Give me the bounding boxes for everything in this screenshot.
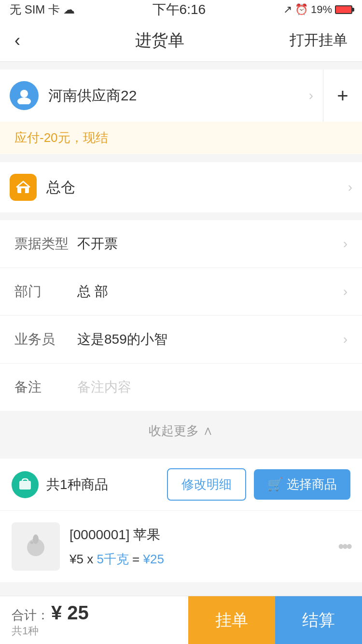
status-time: 下午6:16	[153, 0, 206, 19]
salesperson-row[interactable]: 业务员 这是859的小智 ›	[0, 316, 362, 364]
products-icon	[12, 471, 39, 498]
status-left: 无 SIM 卡 ☁	[10, 2, 75, 17]
product-price: ¥5 x 5千克 = ¥25	[70, 551, 330, 568]
notice-bar: 应付-20元，现结	[0, 122, 362, 154]
products-count: 共1种商品	[46, 476, 159, 494]
select-product-icon: 🛒	[267, 477, 283, 492]
products-header: 共1种商品 修改明细 🛒 选择商品	[0, 459, 362, 510]
collapse-button[interactable]: 收起更多 ∧	[0, 411, 362, 451]
total-label: 合计：	[12, 607, 49, 624]
alarm-icon: ⏰	[295, 3, 308, 16]
checkout-button[interactable]: 结算	[275, 596, 362, 644]
select-product-button[interactable]: 🛒 选择商品	[254, 469, 350, 500]
warehouse-chevron-icon: ›	[348, 180, 352, 195]
warehouse-icon	[10, 174, 37, 201]
supplier-avatar-icon	[15, 87, 33, 104]
svg-rect-3	[21, 188, 25, 193]
supplier-section: 河南供应商22 › +	[0, 70, 362, 122]
department-label: 部门	[14, 282, 72, 301]
supplier-selector[interactable]: 河南供应商22 ›	[0, 70, 323, 122]
status-right: ↗ ⏰ 19%	[283, 3, 352, 16]
add-supplier-button[interactable]: +	[323, 70, 362, 122]
product-info: [0000001] 苹果 ¥5 x 5千克 = ¥25	[70, 526, 330, 568]
product-thumbnail-icon	[21, 532, 50, 561]
svg-point-0	[20, 90, 28, 98]
product-thumbnail	[12, 522, 60, 571]
warehouse-name: 总仓	[46, 178, 343, 197]
salesperson-chevron-icon: ›	[343, 332, 348, 347]
edit-detail-button[interactable]: 修改明细	[167, 468, 246, 501]
warehouse-section[interactable]: 总仓 ›	[0, 162, 362, 212]
department-row[interactable]: 部门 总 部 ›	[0, 268, 362, 316]
department-chevron-icon: ›	[343, 284, 348, 299]
remark-value[interactable]: 备注内容	[72, 378, 348, 396]
divider-top	[0, 62, 362, 70]
multiply-sign: x	[87, 552, 97, 566]
product-more-button[interactable]: •••	[330, 536, 350, 557]
svg-rect-4	[19, 481, 31, 490]
battery-percent: 19%	[311, 3, 332, 16]
product-name: [0000001] 苹果	[70, 526, 330, 544]
bottom-total: 合计： ¥ 25 共1种	[0, 602, 188, 638]
total-amount: ¥ 25	[51, 602, 89, 624]
supplier-chevron-icon: ›	[309, 88, 313, 103]
cart-icon	[17, 477, 33, 492]
product-item: [0000001] 苹果 ¥5 x 5千克 = ¥25 •••	[0, 510, 362, 582]
supplier-avatar	[10, 81, 39, 110]
salesperson-label: 业务员	[14, 330, 72, 349]
status-bar: 无 SIM 卡 ☁ 下午6:16 ↗ ⏰ 19%	[0, 0, 362, 19]
department-value: 总 部	[72, 282, 338, 301]
supplier-name: 河南供应商22	[48, 86, 304, 106]
svg-point-7	[30, 541, 33, 544]
ticket-type-row[interactable]: 票据类型 不开票 ›	[0, 220, 362, 268]
form-section: 票据类型 不开票 › 部门 总 部 › 业务员 这是859的小智 › 备注 备注…	[0, 220, 362, 411]
select-product-label: 选择商品	[287, 476, 337, 493]
ticket-type-value: 不开票	[72, 235, 338, 253]
back-button[interactable]: ‹	[14, 30, 30, 51]
svg-point-1	[17, 98, 31, 104]
product-code: [0000001]	[70, 527, 130, 542]
equals-sign: =	[132, 552, 143, 566]
product-title: 苹果	[133, 527, 160, 542]
nav-title: 进货单	[30, 29, 290, 52]
open-hangsingle-button[interactable]: 打开挂单	[290, 30, 348, 50]
bottom-bar: 合计： ¥ 25 共1种 挂单 结算	[0, 596, 362, 644]
salesperson-value: 这是859的小智	[72, 330, 338, 349]
product-total: ¥25	[143, 552, 164, 566]
remark-label: 备注	[14, 378, 72, 396]
battery-icon	[335, 5, 352, 14]
ticket-type-chevron-icon: ›	[343, 236, 348, 252]
product-unit-price: ¥5	[70, 552, 84, 566]
remark-row[interactable]: 备注 备注内容	[0, 364, 362, 411]
sim-status: 无 SIM 卡 ☁	[10, 2, 75, 17]
ticket-type-label: 票据类型	[14, 235, 72, 253]
hang-order-button[interactable]: 挂单	[188, 596, 275, 644]
total-count: 共1种	[12, 624, 177, 638]
warehouse-svg-icon	[15, 180, 31, 195]
location-icon: ↗	[283, 3, 292, 16]
product-quantity: 5千克	[97, 552, 128, 566]
nav-bar: ‹ 进货单 打开挂单	[0, 19, 362, 62]
svg-point-6	[33, 534, 39, 544]
